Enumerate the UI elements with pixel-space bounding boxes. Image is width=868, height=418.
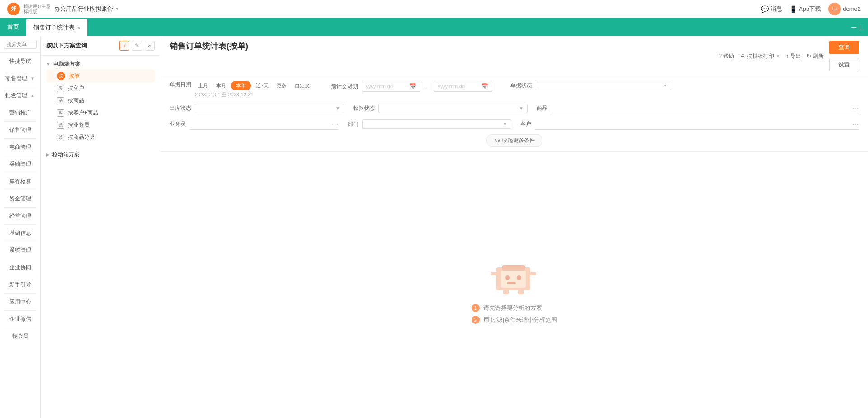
scheme-group-mobile: ▶ 移动端方案: [41, 146, 160, 163]
filter-row-2: 出库状态 ▼ 收款状态 ▼ 商品 ···: [170, 103, 859, 114]
expected-date-end[interactable]: yyyy-mm-dd 📅: [434, 81, 492, 92]
svg-point-5: [517, 276, 521, 280]
scheme-group-pc-header[interactable]: ▼ 电脑端方案: [46, 58, 155, 70]
main-layout: 快捷导航 零售管理 ▼ 批发管理 ▲ 营销推广 销售管理 电商管理 采购管理 库…: [0, 36, 868, 418]
page-header-actions: ? 帮助 🖨 按模板打印 ▼ ↑ 导出 ↻ 刷新 查询: [718, 41, 859, 76]
tab-home[interactable]: 首页: [0, 18, 26, 36]
scheme-item-by-order[interactable]: 按 按单: [46, 70, 155, 82]
sidebar-item-wechat[interactable]: 企业微信: [0, 311, 40, 328]
scheme-item-by-customer[interactable]: 客 按客户: [46, 82, 155, 95]
sidebar-item-retail[interactable]: 零售管理 ▼: [0, 70, 40, 87]
sidebar-item-wholesale[interactable]: 批发管理 ▲: [0, 87, 40, 104]
tab-close-btn[interactable]: ×: [77, 25, 80, 30]
customer-input[interactable]: ···: [535, 119, 859, 130]
filter-row-3: 业务员 ··· 部门 ▼ 客户 ···: [170, 119, 859, 130]
help-icon: ?: [718, 53, 722, 59]
date-btn-this-month[interactable]: 本月: [213, 81, 229, 90]
date-btn-custom[interactable]: 自定义: [292, 81, 313, 90]
staff-input[interactable]: ···: [189, 119, 339, 130]
sidebar-item-sales[interactable]: 销售管理: [0, 122, 40, 138]
customer-more-icon[interactable]: ···: [852, 120, 859, 128]
edit-scheme-btn[interactable]: ✎: [132, 41, 142, 51]
settings-button[interactable]: 设置: [829, 58, 859, 71]
sidebar-item-operations[interactable]: 经营管理: [0, 208, 40, 224]
delivery-select[interactable]: ▼: [195, 104, 344, 113]
svg-rect-9: [491, 272, 497, 276]
date-btn-more[interactable]: 更多: [274, 81, 290, 90]
refresh-btn[interactable]: ↻ 刷新: [807, 52, 824, 60]
scheme-by-cust-goods-icon: 客: [57, 109, 64, 117]
content-area: 销售订单统计表(按单) ? 帮助 🖨 按模板打印 ▼ ↑ 导出 ↻ 刷新: [160, 36, 868, 418]
empty-tip-1: 1 请先选择要分析的方案: [472, 304, 557, 312]
payment-select[interactable]: ▼: [378, 104, 528, 113]
tip-num-1: 1: [472, 304, 480, 312]
top-bar-right: 💬 消息 📱 App下载 Ea demo2: [761, 3, 861, 15]
tab-bar: 首页 销售订单统计表 × ─ □: [0, 18, 868, 36]
scheme-by-order-icon: 按: [57, 72, 65, 80]
staff-more-icon[interactable]: ···: [332, 120, 339, 128]
sidebar-item-marketing[interactable]: 营销推广: [0, 104, 40, 121]
query-button[interactable]: 查询: [829, 41, 859, 54]
export-btn[interactable]: ↑ 导出: [786, 52, 801, 60]
left-panel: 按以下方案查询 + ✎ « ▼ 电脑端方案 按 按单 客 按客户 品: [41, 36, 160, 418]
scheme-item-by-cust-goods[interactable]: 客 按客户+商品: [46, 107, 155, 119]
sidebar-item-members[interactable]: 畅会员: [0, 328, 40, 345]
svg-rect-10: [530, 272, 536, 276]
tab-bar-actions: ─ □: [851, 23, 868, 31]
goods-input[interactable]: ···: [551, 103, 859, 114]
date-btn-last-month[interactable]: 上月: [195, 81, 211, 90]
app-download-btn[interactable]: 📱 App下载: [789, 5, 821, 13]
dept-select[interactable]: ▼: [362, 119, 511, 129]
tab-minimize-btn[interactable]: ─: [851, 23, 856, 31]
scheme-by-goods-icon: 品: [57, 97, 64, 104]
print-btn[interactable]: 🖨 按模板打印 ▼: [740, 52, 780, 60]
add-scheme-btn[interactable]: +: [119, 41, 129, 51]
date-btn-this-year[interactable]: 本年: [231, 81, 251, 90]
empty-state: 1 请先选择要分析的方案 2 用[过滤]条件来缩小分析范围: [160, 152, 868, 418]
scheme-group-mobile-header[interactable]: ▶ 移动端方案: [46, 149, 155, 160]
top-bar: 好 畅捷通好生意 标准版 办公用品行业模拟账套 ▼ 💬 消息 📱 App下载 E…: [0, 0, 868, 18]
sidebar-item-enterprise[interactable]: 企业协同: [0, 259, 40, 276]
sidebar-item-finance[interactable]: 资金管理: [0, 190, 40, 207]
print-dropdown-icon: ▼: [776, 54, 780, 59]
workspace-selector[interactable]: 办公用品行业模拟账套 ▼: [54, 5, 119, 13]
status-dropdown-icon: ▼: [663, 83, 667, 88]
scheme-item-by-goods[interactable]: 品 按商品: [46, 95, 155, 107]
svg-point-4: [505, 276, 510, 280]
message-btn[interactable]: 💬 消息: [761, 5, 782, 13]
empty-illustration: [485, 242, 544, 297]
collapse-panel-btn[interactable]: «: [145, 41, 155, 51]
collapse-btn[interactable]: ∧∧ 收起更多条件: [486, 134, 542, 147]
scheme-group-pc: ▼ 电脑端方案 按 按单 客 按客户 品 按商品 客 按客户+商品 员 按业务员: [41, 56, 160, 146]
sidebar-item-newbie[interactable]: 新手引导: [0, 276, 40, 293]
payment-dropdown-icon: ▼: [519, 106, 524, 111]
goods-more-icon[interactable]: ···: [852, 104, 859, 112]
dept-label: 部门: [348, 120, 359, 128]
sidebar-item-system[interactable]: 系统管理: [0, 242, 40, 259]
scheme-item-by-category[interactable]: 类 按商品分类: [46, 131, 155, 143]
sidebar-item-ecommerce[interactable]: 电商管理: [0, 139, 40, 156]
empty-svg: [485, 242, 544, 297]
scheme-item-by-staff[interactable]: 员 按业务员: [46, 119, 155, 131]
expected-date-start[interactable]: yyyy-mm-dd 📅: [362, 81, 420, 92]
search-input[interactable]: [4, 40, 37, 49]
sidebar-item-quick-nav[interactable]: 快捷导航: [0, 53, 40, 70]
user-profile[interactable]: Ea demo2: [828, 3, 861, 15]
help-btn[interactable]: ? 帮助: [718, 52, 734, 60]
top-bar-left: 好 畅捷通好生意 标准版 办公用品行业模拟账套 ▼: [7, 3, 119, 15]
tab-maximize-btn[interactable]: □: [860, 23, 864, 31]
app-title: 畅捷通好生意 标准版: [24, 4, 51, 14]
date-filter-label: 单据日期: [170, 81, 191, 89]
staff-label: 业务员: [170, 120, 186, 128]
date-btn-last-7[interactable]: 近7天: [253, 81, 272, 90]
tab-sales-order[interactable]: 销售订单统计表 ×: [26, 19, 87, 37]
status-select[interactable]: ▼: [536, 81, 671, 90]
message-icon: 💬: [761, 5, 769, 13]
sidebar-item-inventory[interactable]: 库存核算: [0, 173, 40, 190]
sidebar-item-basic[interactable]: 基础信息: [0, 225, 40, 242]
empty-tips: 1 请先选择要分析的方案 2 用[过滤]条件来缩小分析范围: [472, 304, 557, 328]
sidebar-item-purchase[interactable]: 采购管理: [0, 156, 40, 173]
sidebar-item-appstore[interactable]: 应用中心: [0, 294, 40, 310]
svg-rect-2: [502, 265, 525, 271]
calendar-end-icon: 📅: [481, 83, 488, 90]
